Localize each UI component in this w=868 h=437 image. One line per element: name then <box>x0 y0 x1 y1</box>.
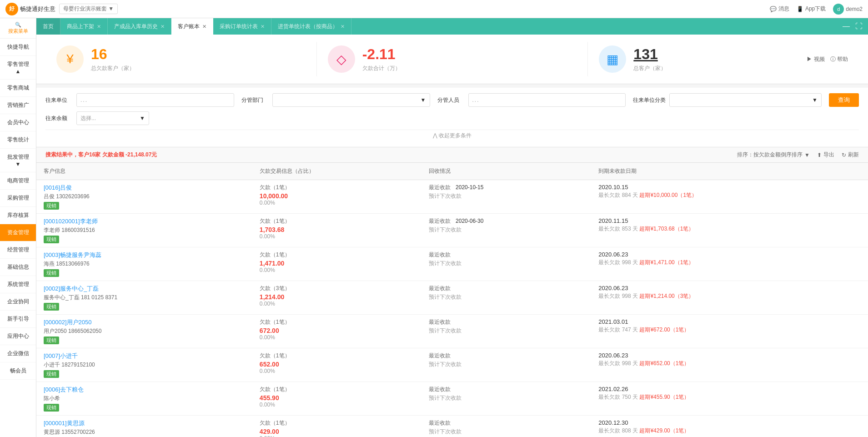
sidebar-item-beginner[interactable]: 新手引导 <box>0 311 36 328</box>
collapse-button[interactable]: ⋀ 收起更多条件 <box>45 130 859 141</box>
debt-ratio: 0.00% <box>260 435 414 437</box>
sort-label: 排序：按欠款金额倒序排序 <box>737 151 803 159</box>
tab-close-icon[interactable]: ✕ <box>97 24 101 30</box>
search-button[interactable]: 查询 <box>829 93 859 107</box>
overdue-link[interactable]: 超期¥429.00（1笔） <box>639 427 689 434</box>
overdue-link[interactable]: 超期¥455.90（1笔） <box>639 394 689 400</box>
sidebar-item-member[interactable]: 畅会员 <box>0 362 36 380</box>
video-button[interactable]: ▶ 视频 <box>807 55 824 63</box>
latest-date: 2020-06-30 <box>456 218 483 224</box>
overdue-link[interactable]: 超期¥10,000.00（1笔） <box>639 192 697 198</box>
overdue-link[interactable]: 超期¥1,214.00（3笔） <box>639 293 694 299</box>
results-amount-label: 欠款金额 <box>102 151 125 158</box>
sidebar-item-member-center[interactable]: 会员中心 <box>0 114 36 131</box>
customer-tag: 现销 <box>44 303 59 311</box>
sidebar-item-enterprise-wechat[interactable]: 企业微信 <box>0 345 36 362</box>
sidebar-item-retail-stats[interactable]: 零售统计 <box>0 131 36 149</box>
sidebar-item-purchase[interactable]: 采购管理 <box>0 190 36 207</box>
sort-selector[interactable]: 排序：按欠款金额倒序排序 ▼ <box>737 151 810 159</box>
sidebar-item-enterprise-collab[interactable]: 企业协同 <box>0 293 36 311</box>
tab-purchase-by-product[interactable]: 进货单统计表（按商品） ✕ <box>271 18 351 35</box>
tab-bar-actions: — ⛶ <box>841 21 868 31</box>
sidebar-item-wholesale[interactable]: 批发管理 ▼ <box>0 149 36 172</box>
filter-label-balance: 往来余额 <box>45 115 73 122</box>
customer-name-link[interactable]: [000001]黄思源 <box>44 420 85 427</box>
filter-dots: ... <box>80 97 88 103</box>
user-menu[interactable]: d demo2 <box>833 4 863 15</box>
store-selector[interactable]: 母婴行业演示账套 ▼ <box>59 4 118 14</box>
video-label: 视频 <box>814 56 825 62</box>
tab-minimize-button[interactable]: — <box>841 21 852 31</box>
sidebar-item-ecommerce[interactable]: 电商管理 <box>0 172 36 190</box>
customer-name-link[interactable]: [0006]去下粮仓 <box>44 386 84 393</box>
chevron-down-icon: ▲ <box>2 68 34 75</box>
debt-count: 欠款（1笔） <box>260 184 414 191</box>
filter-select-dept[interactable]: ▼ <box>272 93 430 107</box>
sidebar-search[interactable]: 🔍 搜索菜单 <box>0 18 36 39</box>
tab-inbound-history[interactable]: 产成品入库单历史 ✕ <box>108 18 171 35</box>
tab-close-icon[interactable]: ✕ <box>202 24 206 30</box>
tab-product-shelf[interactable]: 商品上下架 ✕ <box>60 18 108 35</box>
customer-name-link[interactable]: [0016]吕俊 <box>44 184 72 191</box>
cell-duedate: 2021.02.26 最长欠款 750 天 超期¥455.90（1笔） <box>591 382 868 416</box>
customer-name-link[interactable]: [0003]畅捷服务尹海蕊 <box>44 251 101 258</box>
app-download-button[interactable]: 📱 App下载 <box>797 5 826 13</box>
customer-name-link[interactable]: [0001020001]李老师 <box>44 218 98 225</box>
filter-item-person: 分管人员 ... <box>437 93 626 107</box>
due-date: 2020.11.15 <box>598 217 861 224</box>
sidebar-item-basic-info[interactable]: 基础信息 <box>0 259 36 276</box>
customer-name-link[interactable]: [000002]用户2050 <box>44 319 92 326</box>
tab-maximize-button[interactable]: ⛶ <box>853 21 864 31</box>
customer-contact: 陈小希 <box>44 395 245 402</box>
debt-ratio: 0.00% <box>260 233 414 240</box>
debt-ratio: 0.00% <box>260 334 414 341</box>
overdue-link[interactable]: 超期¥1,703.68（1笔） <box>639 226 694 232</box>
filter-row-2: 往来余额 选择... ▼ <box>45 111 859 125</box>
sidebar-item-marketing[interactable]: 营销推广 <box>0 97 36 114</box>
sidebar-item-finance[interactable]: 资金管理 <box>0 224 36 241</box>
customer-name-link[interactable]: [0002]服务中心_丁磊 <box>44 285 99 292</box>
overdue-link[interactable]: 超期¥652.00（1笔） <box>639 360 689 367</box>
table-row: [0002]服务中心_丁磊 服务中心_丁磊 181 0125 8371 现销 欠… <box>36 281 868 315</box>
sidebar-item-quick-nav[interactable]: 快捷导航 <box>0 39 36 56</box>
sidebar-item-system[interactable]: 系统管理 <box>0 276 36 293</box>
customer-tag: 现销 <box>44 370 59 378</box>
sidebar-item-retail-mall[interactable]: 零售商城 <box>0 80 36 97</box>
customer-contact: 用户2050 18665062050 <box>44 327 245 335</box>
tab-close-icon[interactable]: ✕ <box>161 24 165 30</box>
filter-select-balance[interactable]: 选择... ▼ <box>76 111 149 125</box>
debt-amount: 1,214.00 <box>260 293 414 301</box>
filter-input-unit[interactable]: ... <box>76 93 234 107</box>
data-table: 客户信息 欠款交易信息（占比） 回收情况 到期未收款日期 [0016]吕俊 吕俊… <box>36 163 868 437</box>
tab-home[interactable]: 首页 <box>36 18 60 35</box>
tab-label: 首页 <box>43 23 54 30</box>
help-label: 帮助 <box>837 56 848 62</box>
refresh-button[interactable]: ↻ 刷新 <box>842 151 859 159</box>
cell-recovery: 最近收款 2020-06-30 预计下次收款 <box>421 214 592 247</box>
customer-name-link[interactable]: [0007]小进千 <box>44 352 78 359</box>
stat-card-customers: ▦ 131 总客户（家） ▶ 视频 ⓘ 帮助 <box>588 42 859 76</box>
sidebar-item-inventory[interactable]: 库存核算 <box>0 207 36 224</box>
tab-purchase-stats[interactable]: 采购订单统计表 ✕ <box>213 18 271 35</box>
sidebar-item-app-center[interactable]: 应用中心 <box>0 328 36 345</box>
export-button[interactable]: ⬆ 导出 <box>817 151 834 159</box>
overdue-info: 最长欠款 747 天 超期¥672.00（1笔） <box>598 326 861 334</box>
tab-close-icon[interactable]: ✕ <box>261 24 265 30</box>
tab-close-icon[interactable]: ✕ <box>341 24 345 30</box>
filter-select-category[interactable]: ▼ <box>669 93 822 107</box>
message-button[interactable]: 💬 消息 <box>770 5 789 13</box>
sidebar-item-operations[interactable]: 经营管理 <box>0 241 36 259</box>
overdue-link[interactable]: 超期¥1,471.00（1笔） <box>639 259 694 266</box>
filter-input-person[interactable]: ... <box>468 93 626 107</box>
help-button[interactable]: ⓘ 帮助 <box>830 55 848 63</box>
overdue-info: 最长欠款 884 天 超期¥10,000.00（1笔） <box>598 191 861 199</box>
tab-customer-account[interactable]: 客户账本 ✕ <box>171 18 213 35</box>
customer-contact: 小进千 18279152100 <box>44 361 245 369</box>
debtors-icon: ¥ <box>56 45 84 73</box>
overdue-link[interactable]: 超期¥672.00（1笔） <box>639 326 689 333</box>
customer-contact: 李老师 18600391516 <box>44 226 245 234</box>
debt-count: 欠款（3笔） <box>260 285 414 292</box>
sidebar-item-label: 企业微信 <box>2 350 34 357</box>
tab-label: 产成品入库单历史 <box>114 23 158 30</box>
sidebar-item-retail-mgmt[interactable]: 零售管理 ▲ <box>0 56 36 80</box>
